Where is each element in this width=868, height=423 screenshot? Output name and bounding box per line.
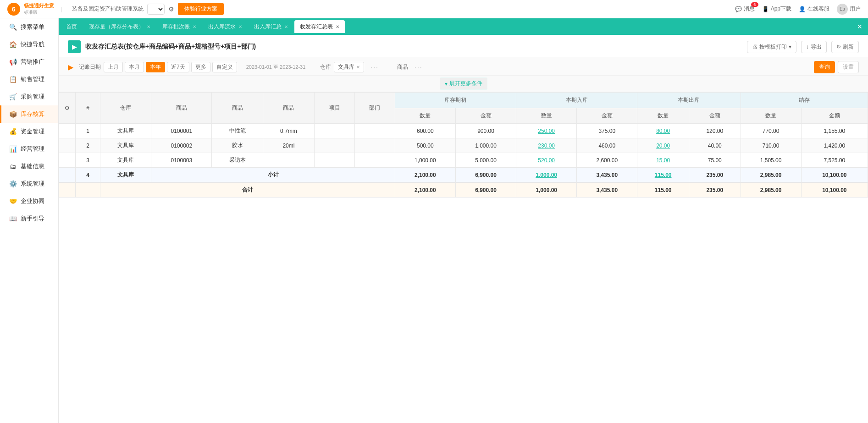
sidebar-item-basic[interactable]: 🗂 基础信息 bbox=[0, 158, 58, 175]
sidebar-item-operation[interactable]: 📊 经营管理 bbox=[0, 140, 58, 158]
td-bal-amt: 7,525.00 bbox=[801, 153, 868, 168]
system-icon: ⚙️ bbox=[9, 180, 17, 187]
filter-bar-row1: ▶ 记账日期 上月 本月 本年 近7天 更多 自定义 2023-0 bbox=[59, 57, 868, 76]
date-range-display: 2023-01-01 至 2023-12-31 bbox=[246, 64, 306, 71]
warehouse-tag-close[interactable]: ✕ bbox=[356, 65, 360, 70]
th-out-qty: 数量 bbox=[637, 108, 689, 124]
online-service-btn[interactable]: 👤 在线客服 bbox=[799, 5, 829, 13]
td-subtotal-init-qty: 2,100.00 bbox=[395, 168, 455, 183]
td-spec bbox=[263, 153, 315, 168]
filter-arrow-btn[interactable]: ▶ bbox=[68, 63, 73, 71]
expand-sidebar-btn[interactable]: ▶ bbox=[68, 40, 81, 53]
sidebar-item-quicknav[interactable]: 🏠 快捷导航 bbox=[0, 36, 58, 53]
table-wrapper: ⚙ # 仓库 商品 商品 商品 项目 部门 库存期初 本期入库 bbox=[59, 92, 868, 198]
message-icon: 💬 bbox=[735, 6, 742, 12]
td-subtotal-no: 4 bbox=[76, 168, 100, 183]
warehouse-tag[interactable]: 文具库 ✕ bbox=[334, 62, 364, 72]
td-in-qty[interactable]: 520.00 bbox=[516, 153, 577, 168]
sidebar-item-inventory[interactable]: 📦 库存核算 bbox=[0, 105, 58, 123]
date-btn-more[interactable]: 更多 bbox=[191, 62, 210, 72]
td-goods: 采访本 bbox=[212, 153, 263, 168]
avatar: Ea bbox=[837, 4, 848, 15]
td-bal-qty: 770.00 bbox=[741, 124, 801, 138]
td-dept bbox=[354, 138, 395, 153]
td-in-qty[interactable]: 250.00 bbox=[516, 124, 577, 138]
tab-close-icon[interactable]: ✕ bbox=[147, 24, 150, 29]
sidebar: 🔍 搜索菜单 🏠 快捷导航 📢 营销推广 📋 销售管理 🛒 采购管理 📦 bbox=[0, 18, 59, 423]
td-expand[interactable] bbox=[59, 124, 76, 138]
td-expand[interactable] bbox=[59, 138, 76, 153]
td-in-qty[interactable]: 230.00 bbox=[516, 138, 577, 153]
tab-close-icon[interactable]: ✕ bbox=[336, 24, 339, 29]
th-spec: 商品 bbox=[263, 93, 315, 124]
sidebar-item-search[interactable]: 🔍 搜索菜单 bbox=[0, 18, 58, 36]
td-expand[interactable] bbox=[59, 153, 76, 168]
app-download-btn[interactable]: 📱 App下载 bbox=[762, 5, 791, 13]
td-out-qty[interactable]: 15.00 bbox=[637, 153, 689, 168]
td-no: 1 bbox=[76, 124, 100, 138]
sidebar-item-finance[interactable]: 💰 资金管理 bbox=[0, 123, 58, 140]
th-stock-init: 库存期初 bbox=[395, 93, 516, 108]
td-subtotal-in-qty[interactable]: 1,000.00 bbox=[516, 168, 577, 183]
sidebar-item-guide[interactable]: 📖 新手引导 bbox=[0, 210, 58, 227]
tab-inout-flow[interactable]: 出入库流水 ✕ bbox=[203, 20, 248, 33]
date-filter-group: 记账日期 上月 本月 本年 近7天 更多 自定义 bbox=[79, 62, 237, 72]
date-btn-this-month[interactable]: 本月 bbox=[125, 62, 144, 72]
settings-btn[interactable]: 设置 bbox=[838, 61, 859, 73]
td-subtotal-bal-qty: 2,985.00 bbox=[741, 168, 801, 183]
tab-bar-close-btn[interactable]: ✕ bbox=[853, 21, 866, 32]
td-total-init-amt: 6,900.00 bbox=[455, 182, 516, 198]
system-select[interactable] bbox=[147, 4, 165, 15]
refresh-btn[interactable]: ↻ 刷新 bbox=[831, 41, 859, 53]
td-out-qty[interactable]: 80.00 bbox=[637, 124, 689, 138]
sidebar-item-marketing[interactable]: 📢 营销推广 bbox=[0, 53, 58, 71]
print-btn[interactable]: 🖨 按模板打印 ▾ bbox=[747, 41, 796, 53]
sales-icon: 📋 bbox=[9, 76, 17, 83]
tab-recv-send-summary[interactable]: 收发存汇总表 ✕ bbox=[294, 20, 345, 33]
sidebar-item-sales[interactable]: 📋 销售管理 bbox=[0, 71, 58, 88]
goods-filter-group: 商品 ··· bbox=[397, 63, 426, 72]
th-settings[interactable]: ⚙ bbox=[59, 93, 76, 124]
tab-batch[interactable]: 库存批次账 ✕ bbox=[157, 20, 202, 33]
expand-conditions-btn[interactable]: ▾ 展开更多条件 bbox=[440, 77, 487, 90]
date-btn-prev-month[interactable]: 上月 bbox=[104, 62, 123, 72]
notification-btn[interactable]: 💬 消息 6 bbox=[735, 5, 755, 13]
td-project bbox=[315, 138, 355, 153]
td-out-qty[interactable]: 20.00 bbox=[637, 138, 689, 153]
warehouse-more-btn[interactable]: ··· bbox=[367, 63, 382, 72]
table-row: 1 文具库 0100001 中性笔 0.7mm 600.00 900.00 25… bbox=[59, 124, 868, 138]
tab-close-icon[interactable]: ✕ bbox=[193, 24, 196, 29]
td-in-amt: 375.00 bbox=[577, 124, 637, 138]
expand-more-row: ▾ 展开更多条件 bbox=[59, 76, 868, 92]
warehouse-filter-group: 仓库 文具库 ✕ ··· bbox=[320, 62, 382, 72]
user-btn[interactable]: Ea 用户 bbox=[837, 4, 861, 15]
gear-icon[interactable]: ⚙ bbox=[168, 5, 174, 13]
td-init-qty: 500.00 bbox=[395, 138, 455, 153]
top-bar-left: 6 畅捷通好生意 标准版 | 装备及固定资产辅助管理系统 ⚙ 体验行业方案 bbox=[7, 2, 224, 16]
td-subtotal-out-qty[interactable]: 115.00 bbox=[637, 168, 689, 183]
table-row: 2 文具库 0100002 胶水 20ml 500.00 1,000.00 23… bbox=[59, 138, 868, 153]
th-out-amt: 金额 bbox=[689, 108, 741, 124]
date-btn-this-year[interactable]: 本年 bbox=[146, 62, 165, 72]
sidebar-item-collab[interactable]: 🤝 企业协同 bbox=[0, 192, 58, 210]
query-btn[interactable]: 查询 bbox=[814, 61, 835, 73]
tab-inout-summary[interactable]: 出入库汇总 ✕ bbox=[249, 20, 293, 33]
date-btn-7days[interactable]: 近7天 bbox=[167, 62, 189, 72]
goods-more-btn[interactable]: ··· bbox=[411, 63, 426, 72]
tab-inventory-dist[interactable]: 现存量（库存分布表） ✕ bbox=[83, 20, 156, 33]
td-total-label: 合计 bbox=[100, 182, 395, 198]
date-btn-custom[interactable]: 自定义 bbox=[212, 62, 237, 72]
td-total-out-amt: 235.00 bbox=[689, 182, 741, 198]
tab-close-icon[interactable]: ✕ bbox=[238, 24, 242, 29]
tab-home[interactable]: 首页 bbox=[61, 20, 83, 33]
sidebar-item-system[interactable]: ⚙️ 系统管理 bbox=[0, 175, 58, 192]
inventory-icon: 📦 bbox=[9, 110, 17, 118]
refresh-icon: ↻ bbox=[836, 44, 841, 50]
tab-close-icon[interactable]: ✕ bbox=[284, 24, 288, 29]
basic-icon: 🗂 bbox=[9, 163, 17, 170]
phone-icon: 📱 bbox=[762, 6, 769, 12]
export-btn[interactable]: ↓ 导出 bbox=[801, 41, 827, 53]
try-btn[interactable]: 体验行业方案 bbox=[178, 3, 224, 15]
sidebar-item-purchase[interactable]: 🛒 采购管理 bbox=[0, 88, 58, 105]
td-total-bal-qty: 2,985.00 bbox=[741, 182, 801, 198]
